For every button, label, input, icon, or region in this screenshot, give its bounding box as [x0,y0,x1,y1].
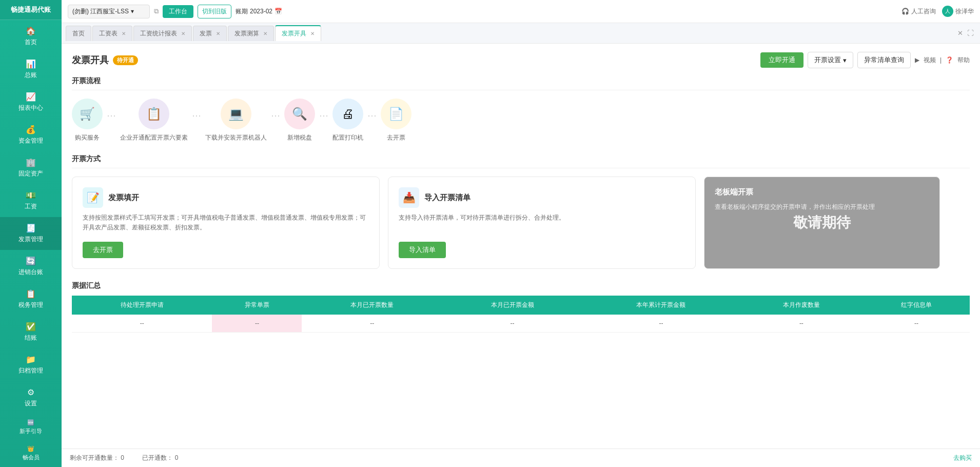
footer-bar: 剩余可开通数量： 0 已开通数： 0 去购买 [62,449,980,467]
tab-invoice-calc[interactable]: 发票测算 ✕ [228,26,274,41]
sidebar-footer-label: 畅会员 [23,454,40,461]
tab-invoice-calc-close[interactable]: ✕ [263,31,267,36]
col-void-count: 本月作废数量 [740,296,864,315]
tab-invoice-issue[interactable]: 发票开具 ✕ [275,25,321,41]
download-robot-label: 下载并安装开票机器人 [205,133,267,142]
method-import-desc: 支持导入待开票清单，可对待开票清单进行拆分、合并处理。 [399,213,685,233]
sidebar-item-tax-management[interactable]: 📋 税务管理 [0,283,62,316]
sidebar-item-label: 进销台账 [18,268,43,277]
col-year-amount: 本年累计开票金额 [582,296,739,315]
col-month-amount: 本月已开票金额 [442,296,582,315]
coming-soon-text: 敬请期待 [793,213,851,232]
sidebar-item-label: 工资 [25,202,37,211]
fund-icon: 💰 [26,125,36,134]
step-download-robot[interactable]: 💻 下载并安装开票机器人 [205,99,267,142]
tab-home[interactable]: 首页 [66,26,91,41]
opened-value: 0 [175,454,179,461]
help-row: ▶ 视频 | ❓ 帮助 [915,56,970,65]
user-info[interactable]: 人 徐泽华 [942,6,974,17]
topbar: (勿删) 江西服宝-LSS ▾ ⧉ 工作台 切到旧版 账期 2023-02 📅 … [62,0,980,23]
calendar-icon[interactable]: 📅 [275,8,282,15]
tab-invoice-close[interactable]: ✕ [216,31,220,36]
col-red-info: 红字信息单 [863,296,970,315]
tab-invoice-issue-label: 发票开具 [282,29,306,38]
arrow-4: ⋯ [319,110,328,131]
method-card-import-list: 📥 导入开票清单 支持导入待开票清单，可对待开票清单进行拆分、合并处理。 导入清… [388,177,696,269]
sidebar-item-label: 报表中心 [18,104,43,112]
add-tax-disk-icon: 🔍 [284,99,315,129]
open-settings-button[interactable]: 开票设置 ▾ [808,52,853,68]
step-buy-service[interactable]: 🛒 购买服务 [72,99,103,142]
sidebar-item-invoice-management[interactable]: 🧾 发票管理 [0,217,62,250]
buy-service-icon: 🛒 [72,99,103,129]
tab-home-label: 首页 [72,29,85,38]
method-card-header-manual: 📝 发票填开 [83,187,369,208]
step-config-printer[interactable]: 🖨 配置打印机 [332,99,363,142]
username: 徐泽华 [955,7,974,16]
tab-invoice-issue-close[interactable]: ✕ [310,31,315,36]
period-value: 2023-02 [250,8,272,15]
sidebar-item-settings[interactable]: ⚙ 设置 [0,381,62,414]
sidebar-item-general-ledger[interactable]: 📊 总账 [0,53,62,86]
buy-link[interactable]: 去购买 [953,454,972,462]
sidebar-item-archive-management[interactable]: 📁 归档管理 [0,348,62,381]
sidebar-item-fixed-assets[interactable]: 🏢 固定资产 [0,151,62,184]
headset-icon: 🎧 [901,8,909,15]
tab-invoice[interactable]: 发票 ✕ [193,26,227,41]
old-terminal-desc: 查看老板端小程序提交的开票申请，并作出相应的开票处理 [715,202,929,212]
dropdown-icon: ▾ [843,56,847,64]
report-center-icon: 📈 [26,92,36,102]
sidebar-item-settlement[interactable]: ✅ 结账 [0,316,62,348]
avatar: 人 [942,6,953,17]
abnormal-query-button[interactable]: 异常清单查询 [857,52,911,68]
config-printer-label: 配置打印机 [332,133,363,142]
close-all-icon[interactable]: ✕ [957,29,963,37]
step-add-tax-disk[interactable]: 🔍 新增税盘 [284,99,315,142]
sidebar-item-new-guide[interactable]: 🆕 新手引导 [0,414,62,440]
topbar-right: 🎧 人工咨询 人 徐泽华 [901,6,974,17]
customer-service-label: 人工咨询 [911,7,936,16]
sidebar-item-report-center[interactable]: 📈 报表中心 [0,86,62,119]
sidebar-item-fund-management[interactable]: 💰 资金管理 [0,119,62,151]
methods-section-title: 开票方式 [72,154,970,168]
maximize-icon[interactable]: ⛶ [967,29,974,37]
sidebar: 畅捷通易代账 🏠 首页 📊 总账 📈 报表中心 💰 资金管理 🏢 固定资产 💵 … [0,0,62,467]
open-now-button[interactable]: 立即开通 [760,52,803,68]
arrow-5: ⋯ [367,110,377,131]
tab-salary-report[interactable]: 工资统计报表 ✕ [133,26,192,41]
app-name: 畅捷通易代账 [11,5,51,14]
tab-invoice-label: 发票 [200,29,212,38]
tab-salary-report-label: 工资统计报表 [140,29,177,38]
sidebar-item-member[interactable]: 👑 畅会员 [0,440,62,466]
enterprise-config-label: 企业开通配置开票六要素 [120,133,188,142]
sidebar-item-label: 设置 [25,399,37,408]
customer-service[interactable]: 🎧 人工咨询 [901,7,936,16]
import-list-button[interactable]: 导入清单 [399,242,446,258]
fixed-assets-icon: 🏢 [26,158,36,167]
tab-salary-table[interactable]: 工资表 ✕ [92,26,132,41]
sidebar-item-purchase-sales[interactable]: 🔄 进销台账 [0,250,62,283]
sidebar-item-label: 资金管理 [18,137,43,145]
tab-salary-report-close[interactable]: ✕ [181,31,185,36]
process-section-title: 开票流程 [72,76,970,90]
help-video-label: 视频 [924,56,936,65]
process-steps: 🛒 购买服务 ⋯ 📋 企业开通配置开票六要素 ⋯ 💻 下载并安装开票机器人 ⋯ … [72,99,970,142]
sidebar-item-home[interactable]: 🏠 首页 [0,20,62,53]
invoice-management-icon: 🧾 [26,223,36,233]
company-selector[interactable]: (勿删) 江西服宝-LSS ▾ [68,5,150,18]
switch-old-button[interactable]: 切到旧版 [198,5,231,18]
step-issue-invoice[interactable]: 📄 去开票 [381,99,411,142]
tab-salary-table-close[interactable]: ✕ [122,31,126,36]
sidebar-item-salary[interactable]: 💵 工资 [0,184,62,217]
copy-icon[interactable]: ⧉ [154,7,159,15]
go-issue-invoice-button[interactable]: 去开票 [83,242,123,258]
pending-badge: 待开通 [113,55,138,65]
step-enterprise-config[interactable]: 📋 企业开通配置开票六要素 [120,99,188,142]
tab-controls: ✕ ⛶ [957,29,980,37]
settings-icon: ⚙ [27,387,34,397]
workbench-button[interactable]: 工作台 [163,5,193,18]
val-void-count: -- [740,315,864,333]
opened-label: 已开通数： [142,454,173,461]
sidebar-footer-label: 新手引导 [19,427,42,435]
issue-invoice-label: 去开票 [387,133,405,142]
